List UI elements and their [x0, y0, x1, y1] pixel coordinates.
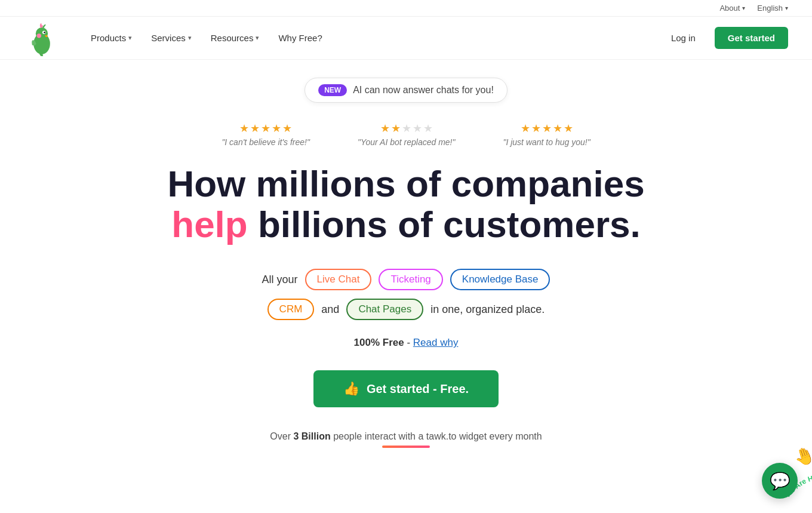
new-badge: NEW [318, 84, 347, 96]
hero-highlight: help [171, 204, 247, 245]
nav-resources[interactable]: Resources ▾ [204, 28, 267, 48]
hero-line1: How millions of companies [167, 163, 644, 204]
hero-title: How millions of companies help billions … [167, 164, 644, 245]
read-why-link[interactable]: Read why [413, 337, 459, 348]
nav-products[interactable]: Products ▾ [84, 28, 139, 48]
navbar: Products ▾ Services ▾ Resources ▾ Why Fr… [0, 17, 812, 60]
stars-1: ★ ★ ★ ★ ★ [239, 122, 292, 135]
star-icon: ★ [239, 122, 249, 135]
review-text-2: "Your AI bot replaced me!" [358, 137, 456, 147]
tag-crm: CRM [267, 299, 315, 320]
tags-row-2: CRM and Chat Pages in one, organized pla… [267, 299, 545, 320]
cta-button[interactable]: 👍 Get started - Free. [313, 370, 499, 407]
login-button[interactable]: Log in [662, 28, 705, 48]
star-icon: ★ [423, 122, 433, 135]
review-1: ★ ★ ★ ★ ★ "I can't believe it's free!" [222, 122, 310, 147]
ai-banner[interactable]: NEW AI can now answer chats for you! [304, 78, 508, 103]
reviews-section: ★ ★ ★ ★ ★ "I can't believe it's free!" ★… [222, 122, 590, 147]
tag-knowledgebase: Knowledge Base [450, 269, 550, 290]
billion-line: Over 3 Billion people interact with a ta… [270, 431, 542, 442]
products-chevron-icon: ▾ [128, 34, 132, 42]
nav-services[interactable]: Services ▾ [144, 28, 199, 48]
language-menu[interactable]: English ▾ [757, 4, 788, 13]
star-icon: ★ [413, 122, 422, 135]
nav-whyfree[interactable]: Why Free? [271, 28, 329, 48]
hero-line2-text: billions of customers. [258, 204, 641, 245]
and-text: and [321, 303, 339, 316]
language-chevron-icon: ▾ [785, 5, 788, 11]
tag-ticketing: Ticketing [379, 269, 442, 290]
star-icon: ★ [564, 122, 573, 135]
star-icon: ★ [282, 122, 292, 135]
star-icon: ★ [402, 122, 411, 135]
about-label: About [719, 4, 740, 13]
resources-chevron-icon: ▾ [256, 34, 259, 42]
nav-actions: Log in Get started [662, 27, 788, 49]
review-2: ★ ★ ★ ★ ★ "Your AI bot replaced me!" [358, 122, 456, 147]
svg-point-1 [36, 27, 48, 39]
tag-livechat: Live Chat [305, 269, 372, 290]
thumb-icon: 👍 [343, 381, 359, 397]
free-line: 100% Free - Read why [354, 337, 459, 349]
tag-chatpages: Chat Pages [346, 299, 423, 320]
free-separator: - [404, 337, 413, 348]
star-icon: ★ [553, 122, 562, 135]
stars-3: ★ ★ ★ ★ ★ [521, 122, 573, 135]
suffix-text: in one, organized place. [430, 303, 545, 316]
star-icon: ★ [542, 122, 552, 135]
stars-2: ★ ★ ★ ★ ★ [380, 122, 433, 135]
svg-point-4 [44, 31, 45, 33]
billion-prefix: Over [270, 431, 293, 441]
topbar: About ▾ English ▾ [0, 0, 812, 17]
star-icon: ★ [261, 122, 270, 135]
services-chevron-icon: ▾ [188, 34, 192, 42]
star-icon: ★ [380, 122, 390, 135]
tags-row-1: All your Live Chat Ticketing Knowledge B… [262, 269, 550, 290]
billion-bold: 3 Billion [293, 431, 330, 441]
review-3: ★ ★ ★ ★ ★ "I just want to hug you!" [503, 122, 590, 147]
star-icon: ★ [391, 122, 401, 135]
svg-point-2 [37, 33, 41, 38]
cta-label: Get started - Free. [367, 382, 469, 396]
nav-links: Products ▾ Services ▾ Resources ▾ Why Fr… [84, 28, 662, 48]
free-bold: 100% Free [354, 337, 404, 348]
hero-heading: How millions of companies help billions … [167, 164, 644, 245]
banner-text: AI can now answer chats for you! [353, 85, 494, 96]
about-menu[interactable]: About ▾ [719, 4, 745, 13]
star-icon: ★ [250, 122, 260, 135]
wave-decoration [382, 446, 430, 448]
star-icon: ★ [521, 122, 530, 135]
star-icon: ★ [272, 122, 281, 135]
main-content: NEW AI can now answer chats for you! ★ ★… [0, 60, 812, 484]
billion-suffix: people interact with a tawk.to widget ev… [331, 431, 542, 441]
review-text-3: "I just want to hug you!" [503, 137, 590, 147]
star-icon: ★ [531, 122, 541, 135]
all-your-text: All your [262, 274, 298, 286]
logo-icon [24, 20, 60, 56]
get-started-nav-button[interactable]: Get started [715, 27, 788, 49]
language-label: English [757, 4, 783, 13]
review-text-1: "I can't believe it's free!" [222, 137, 310, 147]
logo[interactable] [24, 20, 60, 56]
chat-icon: 💬 [770, 471, 791, 484]
tags-container: All your Live Chat Ticketing Knowledge B… [262, 269, 550, 320]
about-chevron-icon: ▾ [742, 5, 745, 11]
